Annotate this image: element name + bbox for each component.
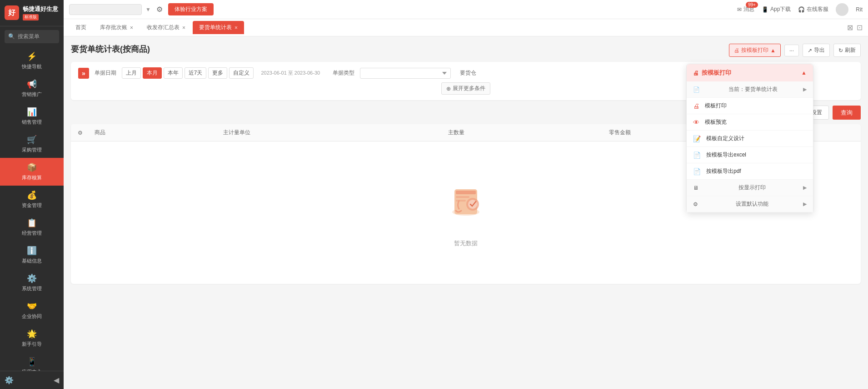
sidebar-item-purchase[interactable]: 🛒 采购管理 [0, 130, 64, 158]
sidebar-item-operation[interactable]: 📋 经营管理 [0, 213, 64, 241]
date-btn-more[interactable]: 更多 [208, 67, 227, 79]
date-btn-this-month[interactable]: 本月 [143, 67, 162, 79]
search-menu-button[interactable]: 🔍 搜索菜单 [5, 30, 59, 43]
export-excel-item[interactable]: 📄 按模板导出excel [687, 147, 813, 163]
experience-button[interactable]: 体验行业方案 [168, 3, 214, 15]
refresh-button[interactable]: ↻ 刷新 [833, 44, 861, 57]
tab-inventory-batch[interactable]: 库存批次账 × [94, 21, 140, 34]
type-label: 单据类型 [333, 69, 354, 77]
logo-icon: 好 [5, 5, 19, 20]
settings-footer-icon[interactable]: ⚙️ [5, 376, 14, 384]
col-qty: 主数量 [443, 124, 604, 141]
sidebar-item-inventory[interactable]: 📦 库存核算 [0, 158, 64, 186]
svg-rect-4 [456, 200, 466, 202]
sidebar-footer: ⚙️ ◀ [0, 371, 64, 389]
logo-text: 畅捷通好生意 标准版 [23, 5, 58, 20]
default-function-icon: ⚙ [693, 201, 698, 207]
sidebar-search-area[interactable]: 🔍 搜索菜单 [0, 26, 64, 47]
sidebar-item-marketing[interactable]: 📢 营销推广 [0, 75, 64, 102]
sales-icon: 📊 [27, 107, 37, 117]
filter-expand-toggle[interactable]: » [78, 68, 89, 79]
display-print-arrow: ▶ [803, 185, 807, 191]
current-template-arrow: ▶ [803, 86, 807, 92]
date-btn-last-7-days[interactable]: 近7天 [185, 67, 207, 79]
template-preview-icon: 👁 [693, 119, 699, 126]
template-design-icon: 📝 [693, 135, 701, 142]
template-print-item[interactable]: 🖨 模板打印 [687, 98, 813, 114]
date-range-display: 2023-06-01 至 2023-06-30 [261, 70, 320, 76]
printer-dropdown-icon: 🖨 [693, 70, 699, 76]
tab-close-inventory-batch[interactable]: × [130, 25, 133, 31]
messages-icon: ✉ [737, 6, 742, 13]
print-dropdown-arrow-icon[interactable]: ▲ [801, 70, 807, 76]
user-avatar[interactable] [836, 3, 848, 16]
username-label: Rit [856, 6, 863, 13]
type-select[interactable] [360, 68, 451, 79]
collapse-icon[interactable]: ◀ [54, 376, 59, 384]
query-button[interactable]: 查询 [833, 106, 861, 120]
sidebar-item-appstore[interactable]: 📱 应用中心 [0, 352, 64, 371]
date-label: 单据日期 [95, 69, 116, 77]
tab-close-order-stats[interactable]: × [234, 25, 238, 31]
display-print-icon: 🖥 [693, 185, 698, 191]
sidebar-item-cooperation[interactable]: 🤝 企业协同 [0, 297, 64, 324]
more-options-button[interactable]: ··· [784, 45, 799, 56]
sidebar-item-system[interactable]: ⚙️ 系统管理 [0, 269, 64, 297]
topbar-settings-icon[interactable]: ⚙ [156, 5, 163, 14]
expand-icon: ⊕ [446, 86, 451, 92]
page-actions: 🖨 按模板打印 ▲ ··· ↗ 导出 ↻ 刷新 [729, 44, 861, 57]
export-icon: ↗ [808, 47, 812, 54]
tabbar: 首页 库存批次账 × 收发存汇总表 × 要货单统计表 × ⊠ ⊡ [64, 19, 868, 36]
current-template-item[interactable]: 📄 当前：要货单统计表 ▶ [687, 81, 813, 98]
col-product: 商品 [89, 124, 218, 141]
sidebar-item-finance[interactable]: 💰 资金管理 [0, 186, 64, 213]
sidebar: 好 畅捷通好生意 标准版 🔍 搜索菜单 ⚡ 快捷导航 📢 营销推广 📊 销售管理… [0, 0, 64, 389]
messages-button[interactable]: ✉ 消息 99+ [737, 5, 754, 13]
col-settings[interactable]: ⚙ [71, 124, 89, 141]
empty-text: 暂无数据 [80, 239, 852, 248]
export-pdf-icon: 📄 [693, 168, 701, 175]
export-pdf-item[interactable]: 📄 按模板导出pdf [687, 163, 813, 180]
col-unit: 主计量单位 [218, 124, 443, 141]
chevron-up-icon: ▲ [770, 47, 776, 54]
tab-order-stats[interactable]: 要货单统计表 × [193, 21, 244, 34]
tab-close-receivable-summary[interactable]: × [182, 25, 185, 31]
online-service-button[interactable]: 🎧 在线客服 [798, 5, 828, 13]
app-download-icon: 📱 [762, 6, 768, 13]
basic-icon: ℹ️ [27, 246, 37, 256]
tab-receivable-summary[interactable]: 收发存汇总表 × [140, 21, 192, 34]
close-all-tabs-button[interactable]: ⊠ [847, 23, 853, 32]
tab-home[interactable]: 首页 [69, 21, 93, 34]
sidebar-item-basic[interactable]: ℹ️ 基础信息 [0, 241, 64, 269]
sidebar-item-sales[interactable]: 📊 销售管理 [0, 102, 64, 130]
current-template-icon: 📄 [693, 86, 700, 93]
date-btn-this-year[interactable]: 本年 [164, 67, 183, 79]
messages-badge: 99+ [746, 2, 758, 8]
tabbar-controls: ⊠ ⊡ [847, 23, 863, 32]
maximize-button[interactable]: ⊡ [857, 23, 863, 32]
expand-more-btn[interactable]: ⊕ 展开更多条件 [441, 82, 490, 95]
print-dropdown-header: 🖨 按模板打印 ▲ [687, 64, 813, 81]
default-function-item[interactable]: ⚙ 设置默认功能 ▶ [687, 196, 813, 212]
topbar-dropdown-arrow[interactable]: ▼ [145, 6, 151, 13]
template-design-item[interactable]: 📝 模板自定义设计 [687, 131, 813, 147]
app-download-button[interactable]: 📱 App下载 [762, 5, 791, 13]
default-function-arrow: ▶ [803, 201, 807, 207]
topbar: ▼ ⚙ 体验行业方案 ✉ 消息 99+ 📱 App下载 🎧 在线客服 Rit [64, 0, 868, 19]
export-button[interactable]: ↗ 导出 [803, 44, 830, 57]
sidebar-item-quicknav[interactable]: ⚡ 快捷导航 [0, 47, 64, 75]
system-icon: ⚙️ [27, 273, 37, 283]
date-btn-last-month[interactable]: 上月 [122, 67, 141, 79]
topbar-search-input[interactable] [69, 4, 142, 15]
sidebar-item-newbie[interactable]: 🌟 新手引导 [0, 324, 64, 352]
date-btn-custom[interactable]: 自定义 [229, 67, 254, 79]
print-template-dropdown: 🖨 按模板打印 ▲ 📄 当前：要货单统计表 ▶ 🖨 模板打印 👁 模板预览 📝 [686, 64, 813, 213]
headset-icon: 🎧 [798, 6, 805, 13]
print-template-button[interactable]: 🖨 按模板打印 ▲ [729, 44, 781, 57]
svg-rect-2 [456, 191, 476, 194]
col-settings-icon: ⚙ [78, 130, 83, 136]
template-preview-item[interactable]: 👁 模板预览 [687, 114, 813, 131]
display-print-item[interactable]: 🖥 按显示打印 ▶ [687, 180, 813, 196]
page-content: 要货单统计表(按商品) 🖨 按模板打印 ▲ ··· ↗ 导出 ↻ 刷新 » [64, 36, 868, 389]
export-excel-icon: 📄 [693, 152, 701, 159]
